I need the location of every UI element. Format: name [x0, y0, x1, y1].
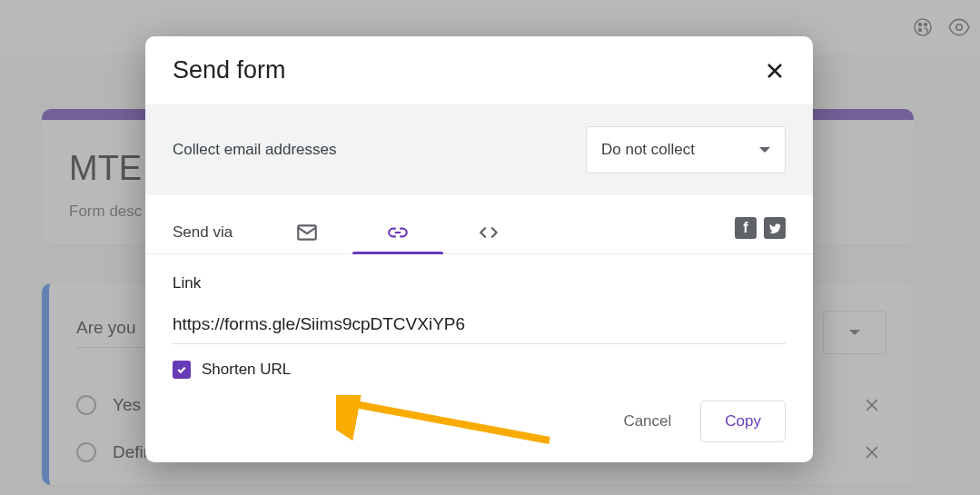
facebook-icon[interactable]: f: [735, 217, 757, 239]
tab-email[interactable]: [262, 212, 352, 253]
tab-link[interactable]: [352, 212, 443, 253]
shorten-url-row: Shorten URL: [173, 361, 786, 379]
link-label: Link: [173, 274, 786, 292]
shorten-url-checkbox[interactable]: [173, 361, 191, 379]
close-button[interactable]: [764, 60, 786, 82]
dialog-title: Send form: [173, 56, 286, 84]
caret-down-icon: [759, 147, 770, 153]
link-section: Link Shorten URL: [145, 254, 813, 401]
email-icon: [295, 221, 319, 244]
send-via-tabs: [262, 212, 534, 253]
collect-emails-row: Collect email addresses Do not collect: [145, 104, 813, 195]
send-via-row: Send via f: [145, 195, 813, 254]
send-via-label: Send via: [173, 223, 233, 242]
cancel-button[interactable]: Cancel: [610, 403, 684, 440]
twitter-icon[interactable]: [764, 217, 786, 239]
collect-emails-select[interactable]: Do not collect: [586, 126, 786, 173]
check-icon: [176, 364, 187, 375]
send-form-dialog: Send form Collect email addresses Do not…: [145, 36, 813, 462]
link-input[interactable]: [173, 309, 786, 344]
copy-button[interactable]: Copy: [700, 401, 786, 442]
collect-emails-label: Collect email addresses: [173, 141, 336, 159]
social-share: f: [735, 217, 786, 248]
dialog-footer: Cancel Copy: [145, 401, 813, 462]
tab-embed[interactable]: [443, 212, 534, 253]
collect-emails-value: Do not collect: [601, 141, 695, 159]
shorten-url-label: Shorten URL: [202, 361, 291, 379]
link-icon: [386, 221, 410, 244]
embed-icon: [477, 221, 500, 244]
